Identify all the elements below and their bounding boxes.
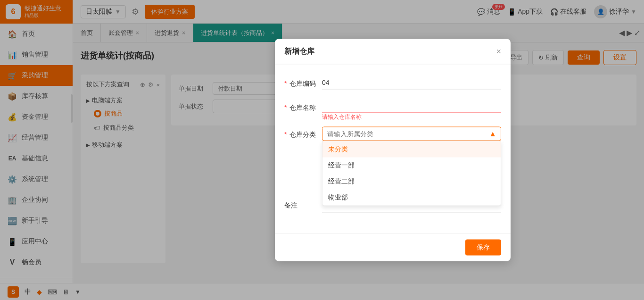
name-input[interactable] xyxy=(322,99,501,113)
dropdown-item-dept3[interactable]: 物业部 xyxy=(322,190,501,206)
category-dropdown: 未分类 经营一部 经营二部 物业部 xyxy=(322,141,501,206)
dropdown-item-dept2[interactable]: 经营二部 xyxy=(322,174,501,190)
dialog-footer: 保存 xyxy=(275,233,511,261)
code-label: * 仓库编码 xyxy=(284,76,322,88)
form-row-name: * 仓库名称 请输入仓库名称 xyxy=(284,99,501,113)
dropdown-item-uncategorized[interactable]: 未分类 xyxy=(322,142,501,158)
category-input[interactable] xyxy=(322,127,501,141)
name-label: * 仓库名称 xyxy=(284,100,322,112)
add-warehouse-dialog: 新增仓库 × * 仓库编码 * 仓库名称 请输入仓库名称 * xyxy=(275,39,511,261)
save-button[interactable]: 保存 xyxy=(465,240,501,256)
dialog-body: * 仓库编码 * 仓库名称 请输入仓库名称 * 仓库分类 xyxy=(275,65,511,233)
form-row-code: * 仓库编码 xyxy=(284,76,501,90)
category-select-wrap: ▲ xyxy=(322,127,501,141)
dropdown-item-dept1[interactable]: 经营一部 xyxy=(322,158,501,174)
close-button[interactable]: × xyxy=(496,47,501,57)
name-error-msg: 请输入仓库名称 xyxy=(322,113,362,121)
form-row-category: * 仓库分类 ▲ 未分类 经营一部 经营二部 物业部 xyxy=(284,127,501,141)
code-input[interactable] xyxy=(322,76,501,90)
dialog-title: 新增仓库 xyxy=(284,47,314,57)
dialog-header: 新增仓库 × xyxy=(275,39,511,65)
remark-label: 备注 xyxy=(284,198,322,210)
category-label: * 仓库分类 xyxy=(284,127,322,139)
